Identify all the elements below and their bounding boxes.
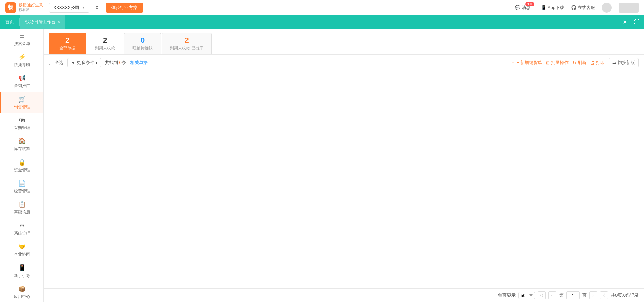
toolbar-right: ＋ + 新增销货单 ⊞ 批量操作 ↻ 刷新 🖨 打印 ⇄ 切换新版 xyxy=(511,58,639,67)
sales-icon: 🛒 xyxy=(18,96,26,103)
fullscreen-tab-button[interactable]: ⛶ xyxy=(632,17,641,27)
beginner-guide-icon: 📱 xyxy=(18,264,26,271)
prev-page-button[interactable]: ＜ xyxy=(548,291,556,299)
filter-icon: ▼ xyxy=(71,60,75,65)
sidebar-item-marketing[interactable]: 📢 营销推广 xyxy=(0,71,43,92)
related-link[interactable]: 相关单据 xyxy=(130,60,148,66)
batch-operations-button[interactable]: ⊞ 批量操作 xyxy=(546,60,569,66)
logo-badge: 标准版 xyxy=(19,8,43,12)
sidebar-item-sales[interactable]: 🛒 销售管理 xyxy=(0,92,43,113)
page-size-label: 每页显示 xyxy=(498,292,516,298)
user-avatar[interactable] xyxy=(602,3,612,13)
quick-nav-icon: ⚡ xyxy=(18,53,26,61)
stat-number-pending: 0 xyxy=(141,36,145,45)
print-icon: 🖨 xyxy=(590,60,595,65)
basic-info-label: 基础信息 xyxy=(14,209,30,215)
app-download-label: App下载 xyxy=(548,5,564,11)
close-tab-button[interactable]: × xyxy=(58,20,60,24)
filter-button[interactable]: ▼ 更多条件 ▾ xyxy=(67,58,101,67)
logo-text: 畅捷通好生意 xyxy=(19,3,43,8)
sidebar-item-inventory[interactable]: 🏠 库存核算 xyxy=(0,134,43,155)
stat-label-pending: 旺铺待确认 xyxy=(132,45,153,51)
next-page-button[interactable]: ＞ xyxy=(589,291,597,299)
trial-button[interactable]: 体验行业方案 xyxy=(106,3,143,13)
home-tab-label: 首页 xyxy=(5,19,14,25)
workbench-tab-label: 钱货日清工作台 xyxy=(25,19,56,25)
online-service-item[interactable]: 🎧 在线客服 xyxy=(571,5,595,11)
collapse-tab-button[interactable]: ✕ xyxy=(620,17,629,27)
found-text: 共找到 0条 xyxy=(105,60,126,66)
sidebar-item-app-center[interactable]: 📦 应用中心 xyxy=(0,282,43,302)
stat-number-all: 2 xyxy=(65,36,69,45)
funds-icon: 🔒 xyxy=(18,159,26,166)
sys-mgmt-label: 系统管理 xyxy=(14,231,30,236)
search-menu-label: 搜索菜单 xyxy=(14,41,30,47)
marketing-label: 营销推广 xyxy=(14,83,30,89)
stat-tab-overdue[interactable]: 2 到期未收款 xyxy=(87,33,123,54)
switch-icon: ⇄ xyxy=(612,60,616,65)
notification-badge: 99+ xyxy=(525,2,534,6)
beginner-guide-label: 新手引导 xyxy=(14,273,30,279)
switch-version-button[interactable]: ⇄ 切换新版 xyxy=(609,58,639,67)
refresh-button[interactable]: ↻ 刷新 xyxy=(573,60,586,66)
quick-nav-label: 快捷导航 xyxy=(14,62,30,68)
headset-icon: 🎧 xyxy=(571,5,576,10)
company-selector[interactable]: XXXXXX公司 ▼ xyxy=(49,3,89,13)
logo-icon: 畅 xyxy=(5,2,16,13)
found-unit: 条 xyxy=(122,60,126,65)
sidebar-item-purchase[interactable]: 🛍 采购管理 xyxy=(0,113,43,134)
enterprise-coop-label: 企业协同 xyxy=(14,252,30,257)
sidebar-item-enterprise-coop[interactable]: 🤝 企业协同 xyxy=(0,240,43,261)
nav-tabs-actions: ✕ ⛶ xyxy=(620,15,644,29)
last-page-button[interactable]: ⟩⟩ xyxy=(600,291,608,299)
found-prefix: 共找到 xyxy=(105,60,118,65)
sidebar-item-sys-mgmt[interactable]: ⚙ 系统管理 xyxy=(0,219,43,240)
add-sales-order-button[interactable]: ＋ + 新增销货单 xyxy=(511,60,542,66)
switch-btn-label: 切换新版 xyxy=(618,60,635,66)
page-size-select[interactable]: 50 20 100 xyxy=(518,292,535,299)
refresh-icon: ↻ xyxy=(573,60,576,65)
app-center-icon: 📦 xyxy=(18,285,26,293)
marketing-icon: 📢 xyxy=(18,74,26,82)
stat-tab-all[interactable]: 2 全部单据 xyxy=(49,33,86,54)
home-tab[interactable]: 首页 xyxy=(0,15,19,29)
sidebar-item-search-menu[interactable]: ☰ 搜索菜单 xyxy=(0,29,43,50)
select-all-input[interactable] xyxy=(49,61,53,65)
username-area[interactable] xyxy=(619,3,639,13)
select-all-checkbox[interactable]: 全选 xyxy=(49,60,63,66)
notification-item[interactable]: 💬 消息 99+ xyxy=(515,5,530,11)
refresh-btn-label: 刷新 xyxy=(578,60,586,66)
table-area xyxy=(44,71,644,288)
top-header: 畅 畅捷通好生意 标准版 XXXXXX公司 ▼ ⚙ 体验行业方案 💬 消息 99… xyxy=(0,0,644,15)
purchase-label: 采购管理 xyxy=(14,125,30,131)
content-area: 2 全部单据 2 到期未收款 0 旺铺待确认 2 到期未收款 已出库 全选 xyxy=(44,29,644,302)
print-button[interactable]: 🖨 打印 xyxy=(590,60,605,66)
stat-number-overdue: 2 xyxy=(103,36,107,45)
sidebar-item-basic-info[interactable]: 📋 基础信息 xyxy=(0,197,43,219)
workbench-tab[interactable]: 钱货日清工作台 × xyxy=(20,15,65,29)
first-page-button[interactable]: ⟨⟨ xyxy=(538,291,546,299)
app-download-item[interactable]: 📱 App下载 xyxy=(541,5,564,11)
inventory-icon: 🏠 xyxy=(18,137,26,145)
operations-label: 经营管理 xyxy=(14,188,30,194)
page-label: 第 xyxy=(559,292,564,298)
stat-tab-pending[interactable]: 0 旺铺待确认 xyxy=(124,33,161,54)
current-page-input[interactable] xyxy=(566,291,580,299)
toolbar: 全选 ▼ 更多条件 ▾ 共找到 0条 相关单据 ＋ + 新增销货单 ⊞ 批量操作 xyxy=(44,55,644,71)
stats-tabs: 2 全部单据 2 到期未收款 0 旺铺待确认 2 到期未收款 已出库 xyxy=(44,29,644,55)
operations-icon: 📄 xyxy=(18,180,26,187)
total-info: 共0页,0条记录 xyxy=(611,292,639,298)
settings-button[interactable]: ⚙ xyxy=(92,3,102,13)
sidebar-item-quick-nav[interactable]: ⚡ 快捷导航 xyxy=(0,50,43,71)
search-menu-icon: ☰ xyxy=(19,32,25,40)
header-right: 💬 消息 99+ 📱 App下载 🎧 在线客服 xyxy=(515,3,639,13)
enterprise-coop-icon: 🤝 xyxy=(18,243,26,250)
batch-icon: ⊞ xyxy=(546,60,550,65)
sidebar-item-beginner-guide[interactable]: 📱 新手引导 xyxy=(0,261,43,282)
select-all-label: 全选 xyxy=(55,60,63,66)
sidebar-item-operations[interactable]: 📄 经营管理 xyxy=(0,176,43,197)
filter-arrow-icon: ▾ xyxy=(96,61,97,65)
stat-tab-overdue-shipped[interactable]: 2 到期未收款 已出库 xyxy=(162,33,212,54)
pagination-bar: 每页显示 50 20 100 ⟨⟨ ＜ 第 页 ＞ ⟩⟩ 共0页,0条记录 xyxy=(44,288,644,302)
sidebar-item-funds[interactable]: 🔒 资金管理 xyxy=(0,155,43,176)
